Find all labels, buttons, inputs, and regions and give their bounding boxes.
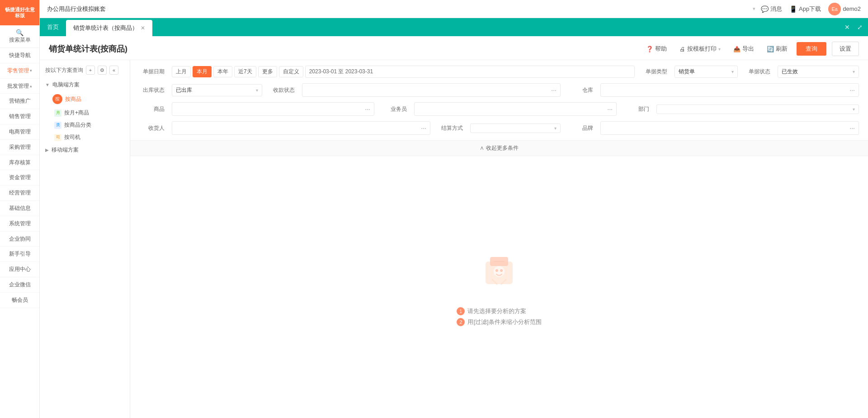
sidebar-item-wechat[interactable]: 企业微信 (0, 277, 39, 293)
settings-scheme-btn[interactable]: ⚙ (98, 66, 107, 75)
date-btn-last-7-days[interactable]: 近7天 (234, 66, 256, 77)
query-btn[interactable]: 查询 (797, 42, 826, 56)
scheme-group-pc-header[interactable]: ▼ 电脑端方案 (40, 78, 130, 91)
doc-status-select[interactable]: 已生效 ▾ (778, 66, 859, 78)
consignee-input[interactable]: ··· (172, 121, 430, 135)
warehouse-input[interactable]: ··· (600, 83, 859, 97)
sidebar-item-guide[interactable]: 新手引导 (0, 247, 39, 262)
sidebar-item-quick-nav[interactable]: 快捷导航 (0, 48, 39, 63)
sidebar-item-ecommerce[interactable]: 电商管理 (0, 124, 39, 140)
outbound-select[interactable]: 已出库 ▾ (172, 84, 262, 96)
doc-type-arrow: ▾ (731, 69, 734, 74)
doc-status-arrow: ▾ (853, 69, 855, 74)
date-label: 单据日期 (139, 68, 165, 76)
filter-row-1: 单据日期 上月 本月 本年 近7天 更多 自定义 2023-03-01 至 20… (139, 66, 859, 78)
settlement-select[interactable]: ▾ (470, 124, 561, 133)
user-avatar: Ea (828, 3, 841, 15)
settings-btn[interactable]: 设置 (832, 42, 859, 56)
tab-home[interactable]: 首页 (40, 18, 66, 36)
search-menu-item[interactable]: 🔍 搜索菜单 (0, 25, 39, 48)
scheme-item-by-month-product[interactable]: 月 按月+商品 (40, 107, 130, 119)
sidebar-item-finance[interactable]: 资金管理 (0, 170, 39, 185)
department-label: 部门 (624, 105, 649, 113)
tab-expand-btn[interactable]: ⤢ (855, 23, 864, 32)
sidebar-item-wholesale[interactable]: 批发管理 ▴ (0, 79, 39, 94)
outbound-arrow: ▾ (256, 88, 258, 93)
template-print-arrow[interactable]: ▾ (718, 47, 721, 52)
payment-status-label: 收款状态 (269, 86, 295, 94)
department-select[interactable]: ▾ (656, 104, 859, 114)
sidebar-item-apps[interactable]: 应用中心 (0, 262, 39, 277)
refresh-btn[interactable]: 🔄 刷新 (763, 43, 791, 55)
date-btn-custom[interactable]: 自定义 (279, 66, 303, 77)
add-scheme-btn[interactable]: + (86, 66, 95, 75)
date-filter-group: 上月 本月 本年 近7天 更多 自定义 2023-03-01 至 2023-03… (172, 66, 635, 78)
sidebar-item-sales[interactable]: 销售管理 (0, 109, 39, 124)
payment-status-input[interactable]: ··· (302, 83, 561, 97)
topbar: 办公用品行业模拟账套 ▾ 💬 消息 📱 App下载 Ea demo2 (40, 0, 868, 18)
salesperson-input[interactable]: ··· (414, 102, 617, 116)
scheme-item-by-product[interactable]: 按 按商品 (40, 91, 130, 107)
export-btn[interactable]: 📤 导出 (730, 43, 758, 55)
logo-text: 畅捷通好生意 标版 (5, 7, 35, 19)
app-download-btn[interactable]: 📱 App下载 (789, 5, 821, 13)
help-btn[interactable]: ❓ 帮助 (642, 43, 670, 55)
date-range-input[interactable]: 2023-03-01 至 2023-03-31 (305, 66, 635, 78)
collapse-more-btn[interactable]: ∧ 收起更多条件 (130, 141, 868, 156)
outbound-label: 出库状态 (139, 86, 165, 94)
tabbar-actions: ✕ ⤢ (843, 23, 868, 32)
scheme-category-icon: 类 (54, 122, 61, 129)
brand-input[interactable]: ··· (600, 121, 859, 135)
content-body: 按以下方案查询 + ⚙ « ▼ 电脑端方案 按 按商品 (40, 60, 868, 418)
industry-dropdown-arrow[interactable]: ▾ (753, 6, 755, 12)
date-btn-last-month[interactable]: 上月 (172, 66, 191, 77)
sidebar-logo: 畅捷通好生意 标版 (0, 0, 39, 25)
warehouse-label: 仓库 (568, 86, 593, 94)
date-btn-this-month[interactable]: 本月 (193, 66, 212, 77)
sidebar-item-inventory[interactable]: 库存核算 (0, 155, 39, 171)
content-area: 销货单统计表(按商品) ❓ 帮助 🖨 按模板打印 ▾ 📤 导出 🔄 刷新 (40, 36, 868, 418)
empty-state: 1 请先选择要分析的方案 2 用[过滤]条件来缩小分析范围 (130, 156, 868, 418)
brand-label: 品牌 (568, 124, 593, 132)
scheme-item-by-category[interactable]: 类 按商品分类 (40, 119, 130, 131)
message-btn[interactable]: 💬 消息 (761, 5, 782, 13)
product-input[interactable]: ··· (172, 102, 374, 116)
doc-type-label: 单据类型 (642, 68, 667, 76)
department-arrow: ▾ (853, 107, 855, 112)
sidebar-item-retail[interactable]: 零售管理 ▾ (0, 63, 39, 79)
svg-point-4 (500, 269, 503, 272)
chevron-right-icon: ▶ (45, 147, 49, 152)
filter-row-4: 收货人 ··· 结算方式 ▾ 品牌 ··· (139, 121, 859, 135)
tab-close-icon[interactable]: ✕ (141, 25, 145, 31)
scheme-item-by-operator[interactable]: 司 按司机 (40, 131, 130, 143)
scheme-group-mobile: ▶ 移动端方案 (40, 143, 130, 157)
template-print-btn[interactable]: 🖨 按模板打印 ▾ (676, 43, 724, 55)
user-menu-btn[interactable]: Ea demo2 (828, 3, 861, 15)
doc-type-select[interactable]: 销货单 ▾ (675, 66, 738, 78)
chevron-down-icon: ▼ (45, 82, 50, 87)
filter-row-3: 商品 ··· 业务员 ··· 部门 ▾ (139, 102, 859, 116)
tab-close-window-btn[interactable]: ✕ (843, 23, 852, 32)
empty-hint: 1 请先选择要分析的方案 2 用[过滤]条件来缩小分析范围 (457, 307, 541, 326)
filter-row-2: 出库状态 已出库 ▾ 收款状态 ··· 仓库 ·· (139, 83, 859, 97)
tabbar: 首页 销货单统计表（按商品） ✕ ✕ ⤢ (40, 18, 868, 36)
tab-sales-stat[interactable]: 销货单统计表（按商品） ✕ (66, 20, 152, 36)
sidebar-item-operations[interactable]: 经营管理 (0, 185, 39, 201)
sidebar-item-marketing[interactable]: 营销推广 (0, 94, 39, 109)
scheme-group-mobile-header[interactable]: ▶ 移动端方案 (40, 143, 130, 157)
sidebar: 畅捷通好生意 标版 🔍 搜索菜单 快捷导航 零售管理 ▾ 批发管理 ▴ 营销推广… (0, 0, 40, 418)
scheme-panel: 按以下方案查询 + ⚙ « ▼ 电脑端方案 按 按商品 (40, 60, 130, 418)
sidebar-item-enterprise[interactable]: 企业协同 (0, 232, 39, 247)
sidebar-item-member[interactable]: 畅会员 (0, 293, 39, 308)
date-btn-this-year[interactable]: 本年 (213, 66, 232, 77)
scheme-operator-icon: 司 (54, 134, 61, 141)
sidebar-item-basics[interactable]: 基础信息 (0, 201, 39, 216)
sidebar-item-purchase[interactable]: 采购管理 (0, 140, 39, 155)
date-btn-more[interactable]: 更多 (258, 66, 277, 77)
sidebar-item-system[interactable]: 系统管理 (0, 216, 39, 232)
main-area: 办公用品行业模拟账套 ▾ 💬 消息 📱 App下载 Ea demo2 首页 销货… (40, 0, 868, 418)
settlement-label: 结算方式 (438, 124, 463, 132)
topbar-right: 💬 消息 📱 App下载 Ea demo2 (761, 3, 861, 15)
collapse-scheme-btn[interactable]: « (109, 66, 118, 75)
scheme-month-icon: 月 (54, 109, 61, 117)
